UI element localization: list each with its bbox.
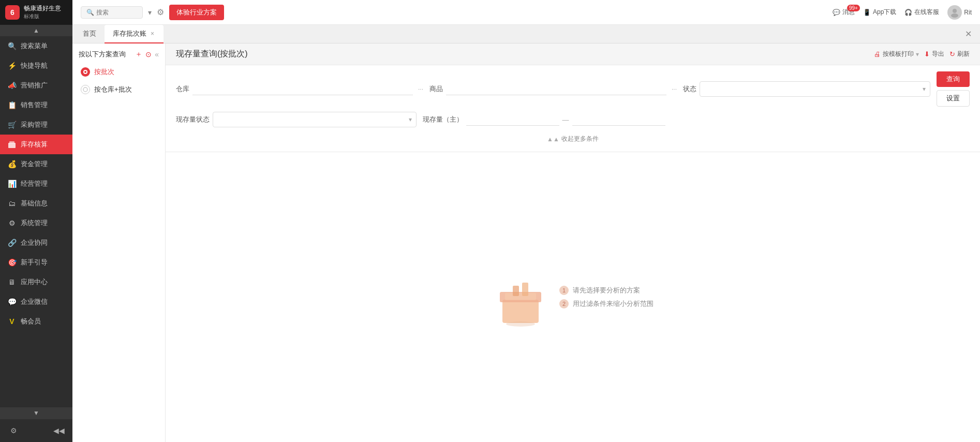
sidebar-item-wechat[interactable]: 💬 企业微信	[0, 292, 72, 312]
app-title: 畅康通好生意	[24, 5, 61, 13]
print-button[interactable]: 🖨 按模板打印 ▾	[874, 50, 919, 58]
search-input[interactable]	[96, 9, 138, 16]
inventory-status-field: 现存量状态 ▾	[176, 112, 417, 127]
left-panel-title: 按以下方案查询	[79, 50, 126, 59]
solution-item-batch[interactable]: 按批次	[72, 63, 165, 81]
settings-button[interactable]: 设置	[937, 90, 970, 107]
product-more-icon[interactable]: ···	[672, 85, 677, 93]
inventory-icon	[7, 140, 17, 149]
status-select[interactable]: ▾	[700, 81, 930, 97]
query-button[interactable]: 查询	[937, 71, 970, 87]
product-label: 商品	[429, 84, 443, 94]
sales-icon: 📋	[7, 100, 17, 110]
filter-action-btns: 查询 设置	[937, 71, 970, 107]
svg-rect-11	[522, 283, 528, 296]
tab-close-icon[interactable]: ×	[150, 30, 155, 37]
sidebar-item-label: 库存核算	[21, 140, 48, 149]
basics-icon: 🗂	[7, 199, 17, 208]
tab-inventory-batch[interactable]: 库存批次账 ×	[105, 25, 164, 43]
sidebar-item-label: 销售管理	[21, 100, 48, 110]
qty-max-input[interactable]	[572, 113, 665, 126]
message-badge: 99+	[847, 5, 860, 11]
sidebar-item-purchase[interactable]: 🛒 采购管理	[0, 115, 72, 135]
add-solution-icon[interactable]: ＋	[135, 50, 142, 59]
refresh-button[interactable]: ↻ 刷新	[949, 50, 970, 58]
inventory-qty-range: —	[466, 113, 665, 126]
sidebar-scroll-down[interactable]: ▼	[0, 407, 72, 419]
sidebar-item-quicknav[interactable]: ⚡ 快捷导航	[0, 56, 72, 76]
sidebar-item-system[interactable]: ⚙ 系统管理	[0, 213, 72, 233]
topbar-dropdown-icon[interactable]: ▾	[148, 8, 152, 17]
filter-row-2: 现存量状态 ▾ 现存量（主） —	[176, 112, 970, 127]
warehouse-input[interactable]	[192, 83, 413, 95]
newguide-icon: 🎯	[7, 258, 17, 267]
page-title: 现存量查询(按批次)	[176, 49, 248, 60]
sidebar-item-label: 采购管理	[21, 120, 48, 129]
left-panel-collapse-icon[interactable]: «	[155, 50, 159, 58]
message-icon: 💬	[833, 9, 840, 16]
operations-icon: 📊	[7, 179, 17, 188]
sidebar-item-vip[interactable]: V 畅会员	[0, 312, 72, 331]
user-profile[interactable]: Rit	[947, 5, 972, 20]
avatar	[947, 5, 962, 20]
tab-panel-close-icon[interactable]: ✕	[959, 29, 978, 39]
solution-settings-icon[interactable]: ⊙	[145, 50, 152, 58]
sidebar-item-search[interactable]: 🔍 搜索菜单	[0, 36, 72, 56]
tip2-number: 2	[559, 299, 569, 308]
product-input[interactable]	[446, 83, 666, 95]
sidebar-item-enterprise[interactable]: 🔗 企业协同	[0, 233, 72, 253]
sidebar-item-marketing[interactable]: 📣 营销推广	[0, 76, 72, 95]
product-field: 商品 ···	[429, 83, 677, 95]
tabbar: 首页 库存批次账 × ✕	[72, 25, 980, 43]
sidebar-item-inventory[interactable]: 库存核算	[0, 135, 72, 154]
empty-illustration	[492, 271, 544, 323]
collapse-label: 收起更多条件	[561, 135, 599, 143]
qty-min-input[interactable]	[466, 113, 559, 126]
svg-point-3	[951, 13, 958, 18]
inventory-status-select[interactable]: ▾	[213, 112, 417, 127]
svg-rect-1	[9, 141, 14, 143]
sidebar-item-finance[interactable]: 💰 资金管理	[0, 154, 72, 174]
filter-collapse-btn[interactable]: ▲▲ 收起更多条件	[176, 132, 970, 145]
tab-home[interactable]: 首页	[75, 25, 105, 43]
sidebar-items: 🔍 搜索菜单 ⚡ 快捷导航 📣 营销推广 📋 销售管理 🛒 采购管理	[0, 36, 72, 407]
sidebar-scroll-up[interactable]: ▲	[0, 25, 72, 36]
svg-rect-10	[513, 286, 519, 296]
print-dropdown-icon[interactable]: ▾	[916, 51, 919, 58]
settings-footer-icon[interactable]: ⚙	[7, 424, 20, 437]
sidebar-item-appcenter[interactable]: 🖥 应用中心	[0, 272, 72, 292]
inventory-qty-label: 现存量（主）	[423, 115, 463, 124]
solution-item-warehouse-batch[interactable]: 按仓库+批次	[72, 81, 165, 98]
empty-tip-2: 2 用过滤条件来缩小分析范围	[559, 299, 654, 308]
purchase-icon: 🛒	[7, 120, 17, 129]
print-label: 按模板打印	[883, 50, 914, 58]
export-button[interactable]: ⬇ 导出	[924, 50, 944, 58]
trial-button[interactable]: 体验行业方案	[169, 5, 224, 20]
marketing-icon: 📣	[7, 81, 17, 90]
sidebar-item-sales[interactable]: 📋 销售管理	[0, 95, 72, 115]
sidebar-footer: ⚙ ◀◀	[0, 419, 72, 442]
topbar-gear-icon[interactable]: ⚙	[157, 7, 164, 17]
search-icon: 🔍	[7, 41, 17, 51]
username-label: Rit	[964, 9, 972, 16]
left-panel-header: 按以下方案查询 ＋ ⊙ «	[72, 43, 165, 63]
search-topbar-icon: 🔍	[86, 9, 94, 16]
inventory-qty-field: 现存量（主） —	[423, 113, 665, 126]
sidebar-item-operations[interactable]: 📊 经营管理	[0, 174, 72, 194]
topbar-search[interactable]: 🔍	[81, 6, 143, 19]
quicknav-icon: ⚡	[7, 61, 17, 70]
print-icon: 🖨	[874, 50, 881, 58]
app-download-action[interactable]: 📱 App下载	[863, 8, 896, 17]
status-field: 状态 ▾	[683, 81, 930, 97]
warehouse-more-icon[interactable]: ···	[418, 85, 423, 93]
sidebar-item-label: 新手引导	[21, 258, 48, 267]
sidebar-item-newguide[interactable]: 🎯 新手引导	[0, 253, 72, 272]
inventory-status-arrow: ▾	[409, 116, 412, 123]
export-icon: ⬇	[924, 50, 930, 58]
online-service-action[interactable]: 🎧 在线客服	[904, 8, 939, 17]
tip1-text: 请先选择要分析的方案	[573, 286, 640, 295]
message-action[interactable]: 💬 消息 99+	[833, 8, 855, 17]
collapse-sidebar-icon[interactable]: ◀◀	[53, 424, 65, 437]
sidebar-item-basics[interactable]: 🗂 基础信息	[0, 194, 72, 213]
app-badge: 标准版	[24, 13, 61, 20]
